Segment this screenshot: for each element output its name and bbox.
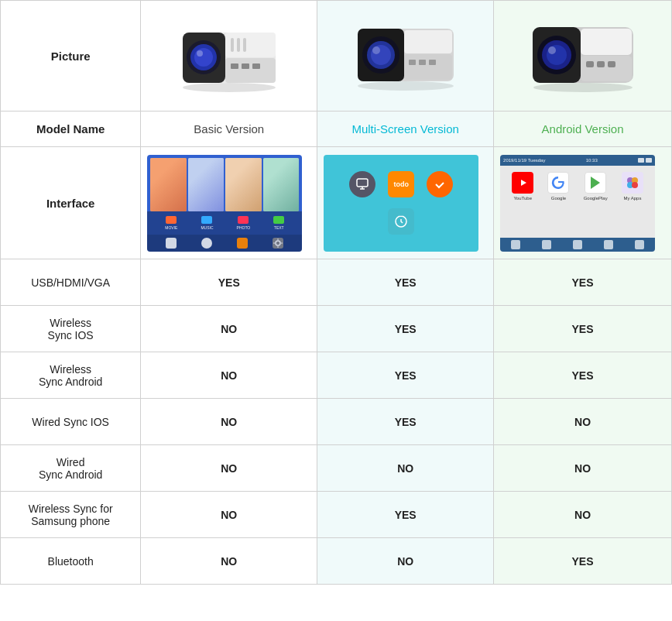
samsung-basic-value: NO xyxy=(141,492,317,538)
model-name-label: Model Name xyxy=(1,112,141,147)
svg-point-5 xyxy=(197,50,203,57)
app-myapps: My Apps xyxy=(622,172,643,201)
bluetooth-multi-value: NO xyxy=(317,538,494,585)
projector-android-image xyxy=(521,13,645,98)
svg-rect-35 xyxy=(586,61,594,67)
app-youtube: YouTube xyxy=(512,172,533,201)
samsung-multi-value: YES xyxy=(317,492,494,538)
svg-rect-40 xyxy=(357,179,368,187)
wired-ios-row: Wired Sync IOS NO YES NO xyxy=(1,399,672,445)
wireless-ios-multi-value: YES xyxy=(317,306,494,352)
wired-android-basic-value: NO xyxy=(141,445,317,492)
android-date-text: 2019/11/19 Tuesday xyxy=(503,158,545,163)
bluetooth-row: Bluetooth NO NO YES xyxy=(1,538,672,585)
wired-android-android-value: NO xyxy=(494,445,672,492)
interface-basic-screen: MOVIE MUSIC PHOTO TEXT xyxy=(147,155,302,252)
wireless-ios-basic-value: NO xyxy=(141,306,317,352)
wired-ios-android-value: NO xyxy=(494,399,672,445)
svg-marker-43 xyxy=(591,177,600,189)
wifi-icon xyxy=(638,158,644,163)
googleplay-icon xyxy=(585,172,606,194)
screen-basic-nav: MOVIE MUSIC PHOTO TEXT xyxy=(147,211,302,235)
icon-home xyxy=(201,238,212,249)
icon-gear xyxy=(273,238,283,249)
svg-rect-21 xyxy=(404,30,452,53)
picture-label: Picture xyxy=(1,1,141,112)
app-googleplay: GooglePlay xyxy=(584,172,608,201)
wireless-ios-label: Wireless Sync IOS xyxy=(1,306,141,352)
svg-point-20 xyxy=(372,46,380,54)
wired-android-label: Wired Sync Android xyxy=(1,445,141,492)
myapps-label: My Apps xyxy=(623,196,641,201)
battery-icon xyxy=(646,158,652,163)
svg-point-4 xyxy=(194,48,213,67)
projector-multi-cell xyxy=(317,1,494,112)
usb-android-value: YES xyxy=(494,259,672,306)
svg-rect-34 xyxy=(581,56,632,81)
bluetooth-android-value: YES xyxy=(494,538,672,585)
usb-label: USB/HDMI/VGA xyxy=(1,259,141,306)
wireless-ios-row: Wireless Sync IOS NO YES YES xyxy=(1,306,672,352)
multi-icon-1 xyxy=(349,171,375,197)
android-bottom-icon-5 xyxy=(635,240,644,249)
app-google: Google xyxy=(547,172,569,201)
wireless-android-basic-value: NO xyxy=(141,352,317,399)
svg-rect-22 xyxy=(404,54,452,80)
picture-row: Picture xyxy=(1,1,672,112)
googleplay-label: GooglePlay xyxy=(584,196,608,201)
svg-rect-36 xyxy=(597,61,605,67)
svg-rect-7 xyxy=(231,38,234,52)
multi-icon-2: todo xyxy=(388,171,414,197)
samsung-android-value: NO xyxy=(494,492,672,538)
icon-settings xyxy=(166,238,177,249)
screen-basic-top xyxy=(147,155,302,211)
nav-item-movie: MOVIE xyxy=(165,216,177,230)
projector-basic-image xyxy=(167,13,291,98)
android-status-icons xyxy=(638,158,652,163)
svg-point-26 xyxy=(358,81,454,91)
wireless-android-multi-value: YES xyxy=(317,352,494,399)
android-time-text: 10:33 xyxy=(586,158,598,163)
svg-rect-33 xyxy=(581,29,632,55)
google-label: Google xyxy=(551,196,566,201)
android-apps-row: YouTube Google Goo xyxy=(500,166,655,204)
android-bottom-icon-2 xyxy=(542,240,551,249)
android-bottombar xyxy=(500,238,655,252)
youtube-icon xyxy=(512,172,533,194)
google-icon xyxy=(547,172,569,194)
projector-basic-cell xyxy=(141,1,317,112)
android-bottom-icon-4 xyxy=(604,240,613,249)
svg-rect-24 xyxy=(419,60,426,65)
multi-icon-4 xyxy=(388,208,414,235)
interface-android-screen: 2019/11/19 Tuesday 10:33 YouTube xyxy=(500,155,655,252)
youtube-label: YouTube xyxy=(513,196,532,201)
screen-basic-bottom-icons xyxy=(147,235,302,252)
wireless-android-row: Wireless Sync Android NO YES YES xyxy=(1,352,672,399)
svg-point-38 xyxy=(533,83,633,92)
wired-ios-basic-value: NO xyxy=(141,399,317,445)
svg-point-14 xyxy=(183,83,276,92)
thumb-photo xyxy=(225,158,262,211)
svg-rect-23 xyxy=(409,60,416,65)
projector-multi-image xyxy=(344,13,468,98)
usb-basic-value: YES xyxy=(141,259,317,306)
svg-point-32 xyxy=(548,46,556,54)
thumb-text xyxy=(263,158,300,211)
myapps-icon xyxy=(622,172,643,194)
android-topbar: 2019/11/19 Tuesday 10:33 xyxy=(500,155,655,166)
wired-android-row: Wired Sync Android NO NO NO xyxy=(1,445,672,492)
bluetooth-label: Bluetooth xyxy=(1,538,141,585)
model-basic-value: Basic Version xyxy=(141,112,317,147)
thumb-music xyxy=(188,158,225,211)
svg-rect-11 xyxy=(231,63,238,69)
android-bottom-icon-3 xyxy=(573,240,582,249)
screen-multi-top-row: todo xyxy=(349,171,453,197)
interface-multi-screen: todo xyxy=(324,155,478,252)
svg-rect-13 xyxy=(252,63,260,69)
svg-rect-9 xyxy=(243,38,246,52)
multi-icon-3 xyxy=(427,171,453,197)
samsung-row: Wireless Sync for Samsung phone NO YES N… xyxy=(1,492,672,538)
nav-item-photo: PHOTO xyxy=(237,216,251,230)
model-name-row: Model Name Basic Version Multi-Screen Ve… xyxy=(1,112,672,147)
wired-android-multi-value: NO xyxy=(317,445,494,492)
